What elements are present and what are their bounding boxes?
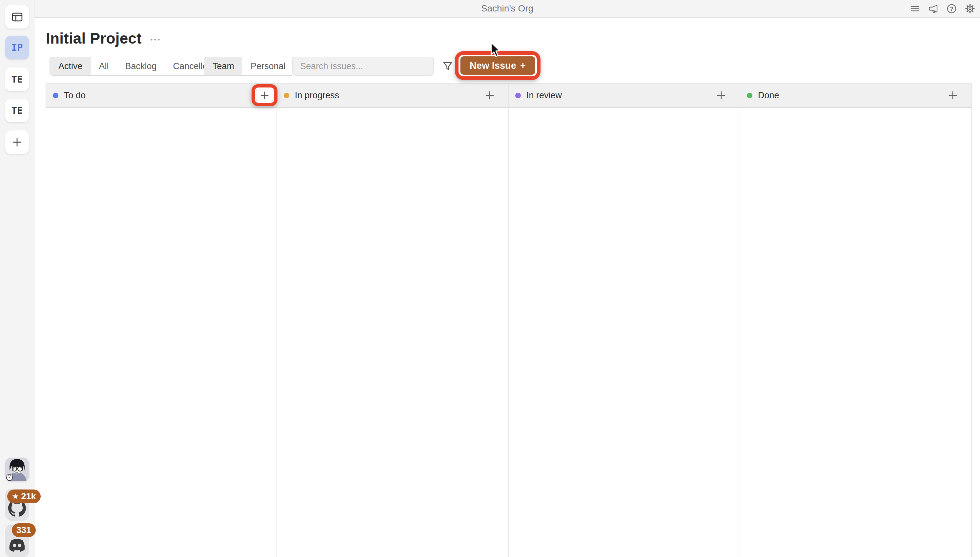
layout-icon [11, 11, 23, 23]
column-label: In progress [295, 90, 339, 101]
status-dot [515, 93, 521, 98]
column-to-do: To do [46, 83, 277, 557]
sidebar-item-team-1[interactable]: TE [5, 67, 29, 91]
avatar-illustration [5, 458, 29, 481]
more-options-icon[interactable] [149, 33, 162, 46]
column-label: In review [526, 90, 562, 101]
workspace-switcher-button[interactable] [5, 5, 29, 29]
scope-filter-tabs: Team Personal [204, 57, 294, 76]
announcement-icon[interactable] [928, 3, 939, 14]
plus-icon [11, 136, 23, 148]
column-in-review: In review [509, 83, 740, 557]
help-icon[interactable]: ? [946, 3, 957, 14]
search-input[interactable] [292, 57, 434, 76]
mouse-cursor [489, 42, 503, 57]
add-issue-button[interactable] [483, 89, 496, 102]
tab-team[interactable]: Team [204, 57, 242, 75]
tab-backlog[interactable]: Backlog [117, 57, 165, 75]
team-initials: TE [11, 105, 23, 116]
org-title: Sachin's Org [34, 0, 980, 17]
status-dot [747, 93, 752, 98]
sidebar: IP TE TE [0, 0, 34, 557]
sidebar-item-project-ip[interactable]: IP [5, 36, 29, 59]
topbar-actions: ? [910, 3, 975, 14]
column-header: Done [740, 83, 971, 108]
tab-all[interactable]: All [91, 57, 117, 75]
column-header: In progress [277, 83, 508, 108]
page-header: Initial Project [46, 29, 162, 47]
team-initials: TE [11, 74, 23, 85]
status-dot [53, 93, 59, 98]
github-stars-count: 21k [21, 492, 36, 502]
discord-members-count: 331 [16, 525, 31, 535]
status-dot [284, 93, 289, 98]
column-header: To do [46, 83, 276, 108]
column-label: To do [64, 90, 86, 101]
github-stars-badge: ★ 21k [7, 490, 41, 503]
user-avatar[interactable] [5, 458, 29, 481]
column-in-progress: In progress [277, 83, 509, 557]
annotation-highlight-add-todo [252, 84, 278, 106]
tab-personal[interactable]: Personal [242, 57, 294, 75]
new-issue-button[interactable]: New Issue + [461, 56, 535, 75]
settings-gear-icon[interactable] [965, 3, 975, 14]
workspace-initials: IP [11, 42, 23, 53]
menu-icon[interactable] [910, 3, 920, 14]
svg-text:?: ? [950, 6, 953, 12]
star-icon: ★ [12, 492, 19, 500]
column-done: Done [740, 83, 972, 557]
top-bar: Sachin's Org ? [34, 0, 980, 18]
discord-icon [8, 538, 26, 552]
add-issue-button[interactable] [946, 89, 959, 102]
filter-funnel-icon[interactable] [442, 61, 453, 72]
column-label: Done [758, 90, 779, 101]
add-issue-button[interactable] [715, 89, 728, 102]
discord-members-badge: 331 [12, 523, 36, 537]
plus-icon: + [520, 60, 526, 71]
new-issue-label: New Issue [470, 60, 516, 71]
page-title: Initial Project [46, 29, 142, 47]
status-filter-tabs: Active All Backlog Cancelled [49, 57, 221, 76]
column-header: In review [509, 83, 740, 108]
add-workspace-button[interactable] [5, 130, 29, 154]
sidebar-item-team-2[interactable]: TE [5, 99, 29, 122]
tab-active[interactable]: Active [50, 57, 91, 75]
add-issue-button[interactable] [256, 89, 273, 102]
